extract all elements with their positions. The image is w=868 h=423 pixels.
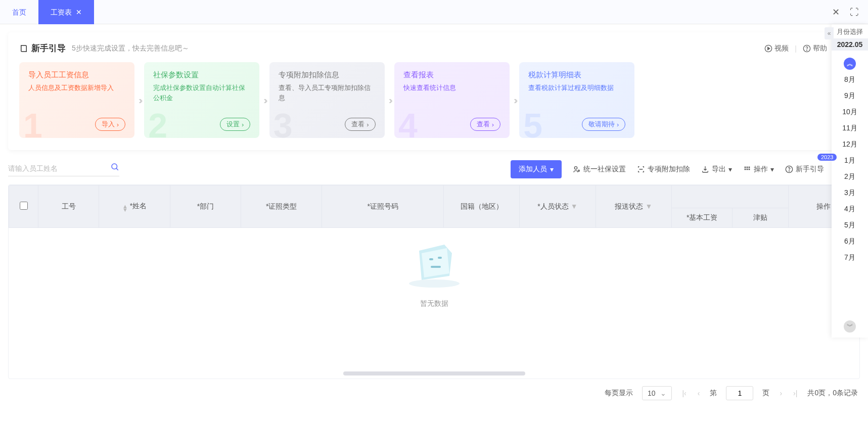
col-nationality[interactable]: 国籍（地区）	[444, 185, 520, 228]
view-report-button[interactable]: 查看›	[470, 118, 500, 131]
play-circle-icon	[764, 44, 772, 53]
svg-rect-11	[749, 169, 750, 170]
col-emp-no[interactable]: 工号	[38, 185, 99, 228]
svg-rect-16	[438, 257, 442, 259]
step-card-deduction: 专项附加扣除信息 查看、导入员工专项附加扣除信息 查看› 3	[269, 62, 385, 138]
month-item[interactable]: 9月	[832, 88, 868, 104]
empty-text: 暂无数据	[9, 299, 859, 308]
month-item[interactable]: 5月	[832, 217, 868, 233]
page-suffix: 页	[762, 389, 769, 398]
chevron-down-icon: ▾	[728, 165, 732, 173]
month-item[interactable]: 11月	[832, 120, 868, 136]
close-panel-icon[interactable]: ✕	[832, 7, 840, 18]
month-item[interactable]: 10月	[832, 104, 868, 120]
chevron-right-icon: ›	[367, 121, 369, 128]
col-id-no[interactable]: *证照号码	[322, 185, 444, 228]
collapse-panel-icon[interactable]: «	[825, 27, 834, 39]
col-base-salary[interactable]: *基本工资	[672, 208, 733, 228]
svg-rect-15	[429, 258, 433, 260]
month-item[interactable]: 2月	[832, 169, 868, 185]
col-salary-group	[672, 185, 789, 208]
col-allowance[interactable]: 津贴	[733, 208, 788, 228]
view-deduction-button[interactable]: 查看›	[345, 118, 375, 131]
fullscreen-icon[interactable]: ⛶	[850, 7, 859, 18]
help-link[interactable]: 帮助	[803, 44, 827, 53]
svg-rect-8	[749, 167, 750, 168]
prev-page-icon[interactable]: ‹	[697, 389, 701, 397]
window-controls: ✕ ⛶	[832, 0, 868, 24]
add-person-button[interactable]: 添加人员 ▾	[511, 160, 562, 178]
arrow-icon: ››	[263, 95, 265, 106]
beginner-guide-panel: 新手引导 5步快速完成设置，快去完善信息吧～ 视频 | 帮助 ✕ 导入员工工资信…	[8, 32, 860, 150]
step-card-tax: 税款计算明细表 查看税款计算过程及明细数据 敬请期待› 5	[519, 62, 634, 138]
chevron-right-icon: ›	[242, 121, 244, 128]
guide-subtitle: 5步快速完成设置，快去完善信息吧～	[72, 44, 189, 53]
chevron-down-icon: ▾	[550, 165, 554, 173]
operations-link[interactable]: 操作 ▾	[743, 165, 774, 174]
settings-button[interactable]: 设置›	[220, 118, 250, 131]
col-checkbox	[9, 185, 38, 228]
next-page-icon[interactable]: ›	[779, 389, 783, 397]
step-card-report: 查看报表 快速查看统计信息 查看› 4	[394, 62, 510, 138]
filter-icon[interactable]: ▼	[571, 202, 578, 210]
year-badge: 2023	[817, 154, 837, 161]
filter-icon[interactable]: ▼	[645, 202, 652, 210]
page-prefix: 第	[710, 389, 717, 398]
social-settings-link[interactable]: 统一社保设置	[573, 165, 626, 174]
month-item[interactable]: 3月	[832, 185, 868, 201]
col-dept[interactable]: *部门	[170, 185, 241, 228]
tab-payroll[interactable]: 工资表 ✕	[38, 0, 94, 24]
svg-rect-17	[431, 266, 441, 268]
svg-point-3	[112, 164, 117, 169]
arrow-icon: ››	[139, 95, 140, 106]
export-icon	[701, 165, 709, 173]
chevron-right-icon: ›	[117, 121, 119, 128]
tab-home[interactable]: 首页	[0, 0, 38, 24]
close-icon[interactable]: ✕	[76, 0, 82, 24]
pager-summary: 共0页，0条记录	[807, 389, 858, 398]
video-link[interactable]: 视频	[764, 44, 789, 53]
import-button[interactable]: 导入›	[95, 118, 125, 131]
svg-rect-7	[747, 167, 748, 168]
scroll-down-icon[interactable]: ︾	[844, 320, 856, 333]
per-page-select[interactable]: 10 ⌄	[642, 386, 672, 400]
payroll-table: 工号 ▲▼*姓名 *部门 *证照类型 *证照号码 国籍（地区） *人员状态▼ 报…	[8, 184, 860, 379]
page-input[interactable]	[726, 386, 753, 400]
col-status[interactable]: *人员状态▼	[520, 185, 596, 228]
month-selector-panel: « 月份选择 2022.05 ︽ 8月 9月 10月 11月 12月 20231…	[832, 24, 868, 338]
coming-soon-button[interactable]: 敬请期待›	[582, 118, 625, 131]
month-item[interactable]: 6月	[832, 233, 868, 250]
select-all-checkbox[interactable]	[20, 202, 28, 210]
empty-image-icon	[401, 225, 467, 291]
chevron-down-icon: ⌄	[660, 389, 666, 397]
col-report[interactable]: 报送状态▼	[596, 185, 671, 228]
month-item[interactable]: 8月	[832, 72, 868, 88]
month-item[interactable]: 20231月	[832, 153, 868, 169]
help-circle-icon	[785, 165, 793, 173]
col-id-type[interactable]: *证照类型	[241, 185, 322, 228]
sort-icon: ▲▼	[122, 205, 128, 212]
guide-link[interactable]: 新手引导	[785, 165, 824, 174]
month-item[interactable]: 12月	[832, 136, 868, 153]
horizontal-scrollbar[interactable]	[343, 371, 525, 375]
export-link[interactable]: 导出 ▾	[701, 165, 732, 174]
col-name[interactable]: ▲▼*姓名	[99, 185, 170, 228]
search-icon[interactable]	[110, 162, 119, 174]
last-page-icon[interactable]: ›|	[792, 389, 798, 397]
month-item[interactable]: 7月	[832, 250, 868, 266]
search-input[interactable]	[8, 164, 110, 172]
pagination: 每页显示 10 ⌄ |‹ ‹ 第 页 › ›| 共0页，0条记录	[0, 379, 868, 407]
month-panel-title: 月份选择	[837, 27, 863, 36]
deduction-link[interactable]: 专项附加扣除	[637, 165, 690, 174]
book-icon	[19, 44, 28, 53]
user-gear-icon	[573, 165, 581, 173]
chevron-right-icon: ›	[617, 121, 619, 128]
month-item[interactable]: 4月	[832, 201, 868, 217]
arrow-icon: ››	[389, 95, 390, 106]
search-box	[8, 162, 119, 176]
tab-payroll-label: 工资表	[51, 0, 72, 24]
scroll-up-icon[interactable]: ︽	[844, 58, 856, 70]
arrow-icon: ››	[514, 95, 515, 106]
first-page-icon[interactable]: |‹	[681, 389, 687, 397]
svg-rect-6	[745, 167, 746, 168]
